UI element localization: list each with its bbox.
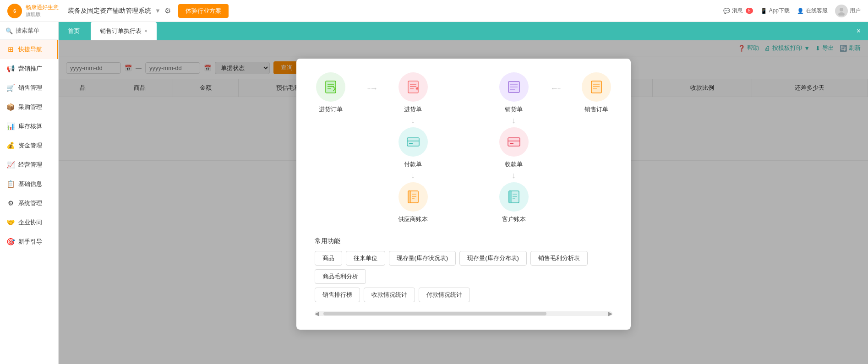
tab-close-icon[interactable]: ×: [144, 28, 147, 34]
cf-btn-product-gross[interactable]: 商品毛利分析: [315, 269, 366, 284]
sidebar-item-quick-nav[interactable]: ⊞ 快捷导航: [0, 40, 58, 59]
receipt-bill-label: 收款单: [505, 160, 523, 168]
avatar: [835, 5, 848, 17]
purchase-order-icon: [316, 72, 345, 102]
trial-button[interactable]: 体验行业方案: [178, 4, 229, 18]
common-functions-title: 常用功能: [315, 237, 612, 245]
svg-rect-8: [408, 81, 418, 93]
cf-buttons-row-2: 销售排行榜 收款情况统计 付款情况统计: [315, 288, 612, 302]
sidebar-item-inventory[interactable]: 📊 库存核算: [0, 117, 58, 136]
inventory-icon: 📊: [6, 122, 15, 130]
top-right-actions: 💬 消息 5 📱 App下载 👤 在线客服 用户: [723, 5, 861, 17]
purchase-order-label: 进货订单: [319, 105, 343, 114]
modal-overlay: 进货订单 ···→: [59, 40, 868, 364]
cf-btn-partner[interactable]: 往来单位: [346, 251, 385, 266]
svg-rect-24: [508, 140, 520, 142]
sidebar-item-purchase[interactable]: 📦 采购管理: [0, 98, 58, 117]
sales-order-node[interactable]: 销售订单: [564, 72, 628, 114]
svg-rect-32: [509, 191, 511, 203]
svg-rect-16: [591, 81, 601, 93]
main-area: 🔍 搜索菜单 ⊞ 快捷导航 📢 营销推广 🛒 销售管理 📦 采购管理 📊: [0, 22, 868, 364]
cf-btn-payment-stat[interactable]: 付款情况统计: [419, 288, 470, 302]
tab-home[interactable]: 首页: [59, 22, 89, 40]
payment-bill-label: 付款单: [404, 160, 422, 168]
sales-bill-icon: [499, 72, 529, 102]
sidebar-item-sales[interactable]: 🛒 销售管理: [0, 78, 58, 98]
svg-point-3: [838, 12, 845, 16]
sales-icon: 🛒: [6, 84, 15, 92]
receipt-bill-node[interactable]: 收款单: [482, 127, 546, 168]
sales-order-icon: [582, 72, 611, 102]
cf-btn-receipt-stat[interactable]: 收款情况统计: [364, 288, 415, 302]
modal-scrollbar[interactable]: ◀ ▶: [315, 311, 612, 316]
svg-point-2: [840, 8, 843, 11]
flow-diagram: 进货订单 ···→: [315, 72, 612, 223]
search-menu[interactable]: 🔍 搜索菜单: [0, 22, 58, 40]
arrow-down-pay: ↓: [381, 171, 445, 180]
sidebar-item-basic[interactable]: 📋 基础信息: [0, 174, 58, 194]
cf-btn-stock-dist[interactable]: 现存量(库存分布表): [459, 251, 527, 266]
sidebar-item-newbie[interactable]: 🎯 新手引导: [0, 232, 58, 251]
logo-text: 畅康通好生意 旗舰版: [26, 4, 59, 18]
sales-bill-node[interactable]: 销货单: [482, 72, 546, 114]
scroll-right-arrow[interactable]: ▶: [608, 310, 612, 317]
tabs-bar: 首页 销售订单执行表 × ×: [59, 22, 868, 40]
operation-icon: 📈: [6, 161, 15, 169]
sales-bill-label: 销货单: [505, 105, 523, 114]
sidebar-item-enterprise[interactable]: 🤝 企业协同: [0, 213, 58, 232]
arrow-sb-so: ←···: [546, 84, 564, 103]
logo-area: 6 畅康通好生意 旗舰版: [7, 4, 59, 18]
supplier-ledger-node[interactable]: 供应商账本: [381, 182, 445, 223]
message-icon: 💬: [723, 8, 730, 14]
svg-rect-22: [409, 143, 413, 144]
sidebar-item-system[interactable]: ⚙ 系统管理: [0, 194, 58, 213]
svg-rect-4: [326, 81, 336, 93]
customer-ledger-label: 客户账本: [502, 215, 526, 223]
arrow-down-rec: ↓: [482, 171, 546, 180]
user-menu[interactable]: 用户: [835, 5, 861, 17]
svg-rect-21: [407, 140, 419, 142]
basic-icon: 📋: [6, 180, 15, 188]
system-title: 装备及固定资产辅助管理系统: [68, 7, 151, 15]
purchase-order-node[interactable]: 进货订单: [299, 72, 363, 114]
modal-dialog: 进货订单 ···→: [296, 59, 631, 330]
sidebar-item-finance[interactable]: 💰 资金管理: [0, 136, 58, 155]
finance-icon: 💰: [6, 141, 15, 150]
svg-rect-25: [510, 143, 513, 144]
cf-btn-sales-rank[interactable]: 销售排行榜: [315, 288, 360, 302]
close-tab-right-icon[interactable]: ×: [857, 27, 861, 35]
payment-bill-icon: [399, 127, 428, 157]
cf-btn-stock-status[interactable]: 现存量(库存状况表): [389, 251, 456, 266]
cf-buttons-row: 商品 往来单位 现存量(库存状况表) 现存量(库存分布表) 销售毛利分析表 商品…: [315, 251, 612, 284]
sidebar-item-operation[interactable]: 📈 经营管理: [0, 155, 58, 174]
sidebar-item-marketing[interactable]: 📢 营销推广: [0, 59, 58, 78]
settings-icon[interactable]: ⚙: [164, 6, 171, 15]
scrollbar-thumb[interactable]: [323, 312, 547, 315]
message-button[interactable]: 💬 消息 5: [723, 7, 753, 15]
newbie-icon: 🎯: [6, 238, 15, 246]
cf-btn-sales-gross[interactable]: 销售毛利分析表: [530, 251, 588, 266]
arrow-down-pb: ↓: [381, 116, 445, 125]
marketing-icon: 📢: [6, 65, 15, 73]
customer-ledger-node[interactable]: 客户账本: [482, 182, 546, 223]
page-content: ❓ 帮助 🖨 按模板打印 ▼ ⬇ 导出 🔄 刷新: [59, 40, 868, 364]
logo-icon: 6: [7, 4, 22, 18]
purchase-bill-node[interactable]: 进货单: [381, 72, 445, 114]
receipt-bill-icon: [499, 127, 529, 157]
payment-bill-node[interactable]: 付款单: [381, 127, 445, 168]
tab-sales-execution[interactable]: 销售订单执行表 ×: [91, 22, 157, 40]
customer-ledger-icon: [499, 182, 529, 212]
supplier-ledger-icon: [399, 182, 428, 212]
svg-text:6: 6: [13, 9, 16, 14]
scroll-left-arrow[interactable]: ◀: [315, 310, 319, 317]
quick-nav-icon: ⊞: [6, 45, 15, 54]
search-icon: 🔍: [5, 27, 13, 34]
online-service-button[interactable]: 👤 在线客服: [797, 7, 828, 15]
common-functions: 常用功能 商品 往来单位 现存量(库存状况表) 现存量(库存分布表) 销售毛利分…: [315, 237, 612, 302]
app-download-button[interactable]: 📱 App下载: [760, 7, 790, 15]
arrow-down-sb: ↓: [482, 116, 546, 125]
sales-order-label: 销售订单: [584, 105, 608, 114]
svg-rect-27: [408, 191, 410, 203]
dropdown-icon[interactable]: ▼: [155, 7, 161, 14]
cf-btn-product[interactable]: 商品: [315, 251, 342, 266]
